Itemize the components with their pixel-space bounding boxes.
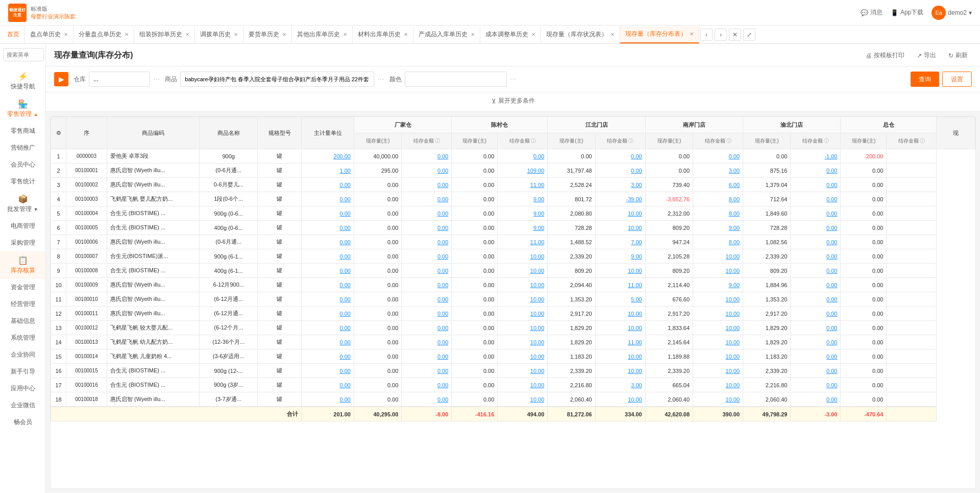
row-factory-stock[interactable]: 0.00 <box>302 192 354 206</box>
row-total-stock[interactable]: 0.00 <box>791 392 841 407</box>
row-chengjia-stock[interactable]: 0.00 <box>402 249 452 264</box>
row-yubeimen-stock[interactable]: 0.00 <box>693 149 743 163</box>
tab-partial-inventory[interactable]: 分量盘点单历史✕ <box>74 26 134 43</box>
row-yubeimen-stock[interactable]: 10.00 <box>693 292 743 307</box>
row-chengjia-stock[interactable]: 0.00 <box>402 292 452 307</box>
row-yubeimen-stock[interactable]: 10.00 <box>693 321 743 335</box>
tab-product-in[interactable]: 产成品入库单历史✕ <box>413 26 480 43</box>
row-nanan-stock[interactable]: 10.00 <box>595 221 645 235</box>
row-yubeimen-stock[interactable]: 3.00 <box>693 163 743 178</box>
row-total-stock[interactable]: 0.00 <box>791 264 841 278</box>
info-icon[interactable]: ⓘ <box>628 137 633 145</box>
sidebar-item-system[interactable]: 系统管理 <box>0 330 45 346</box>
tab-inventory[interactable]: 盘点单历史✕ <box>25 26 74 43</box>
tab-stock-status[interactable]: 现存量（库存状况表）✕ <box>541 26 620 43</box>
message-btn[interactable]: 💬 消息 <box>861 8 883 17</box>
row-factory-stock[interactable]: 0.00 <box>302 378 354 392</box>
row-total-stock[interactable]: 0.00 <box>791 292 841 307</box>
sidebar-item-guide[interactable]: 新手引导 <box>0 363 45 380</box>
row-jiangbei-stock[interactable]: 10.00 <box>498 364 548 378</box>
row-total-stock[interactable]: 0.00 <box>791 321 841 335</box>
row-factory-stock[interactable]: 0.00 <box>302 235 354 249</box>
row-yubeimen-stock[interactable]: 10.00 <box>693 249 743 264</box>
row-chengjia-stock[interactable]: 0.00 <box>402 378 452 392</box>
row-total-stock[interactable]: -1.00 <box>791 149 841 163</box>
row-chengjia-stock[interactable]: 0.00 <box>402 235 452 249</box>
row-jiangbei-stock[interactable]: 10.00 <box>498 349 548 364</box>
row-factory-stock[interactable]: 0.00 <box>302 392 354 407</box>
row-jiangbei-stock[interactable]: 10.00 <box>498 278 548 292</box>
sidebar-item-finance[interactable]: 资金管理 <box>0 279 45 296</box>
tab-other-out[interactable]: 其他出库单历史✕ <box>292 26 353 43</box>
sidebar-item-mall[interactable]: 零售商城 <box>0 123 45 139</box>
row-total-stock[interactable]: 0.00 <box>791 278 841 292</box>
sidebar-item-ecommerce[interactable]: 电商管理 <box>0 218 45 234</box>
row-factory-stock[interactable]: 0.00 <box>302 292 354 307</box>
row-chengjia-stock[interactable]: 0.00 <box>402 307 452 321</box>
info-icon[interactable]: ⓘ <box>531 137 536 145</box>
row-nanan-stock[interactable]: 10.00 <box>595 264 645 278</box>
sidebar-item-retail[interactable]: 🏪 零售管理 ▲ <box>0 95 45 123</box>
tab-transfer[interactable]: 调拨单历史✕ <box>195 26 243 43</box>
row-nanan-stock[interactable]: 5.00 <box>595 292 645 307</box>
tab-cost-adjust[interactable]: 成本调整单历史✕ <box>480 26 541 43</box>
sidebar-item-basic-info[interactable]: 基础信息 <box>0 313 45 330</box>
sidebar-item-retail-stats[interactable]: 零售统计 <box>0 173 45 190</box>
row-factory-stock[interactable]: 0.00 <box>302 178 354 192</box>
row-factory-stock[interactable]: 0.00 <box>302 349 354 364</box>
row-yubeimen-stock[interactable]: 10.00 <box>693 264 743 278</box>
row-nanan-stock[interactable]: 10.00 <box>595 349 645 364</box>
row-total-stock[interactable]: 0.00 <box>791 378 841 392</box>
row-nanan-stock[interactable]: 11.00 <box>595 335 645 349</box>
row-yubeimen-stock[interactable]: 9.00 <box>693 278 743 292</box>
info-icon[interactable]: ⓘ <box>435 137 440 145</box>
sidebar-item-members[interactable]: 会员中心 <box>0 156 45 173</box>
sidebar-item-inventory[interactable]: 📋 库存核算 <box>0 251 45 279</box>
row-yubeimen-stock[interactable]: 10.00 <box>693 335 743 349</box>
row-factory-stock[interactable]: 0.00 <box>302 335 354 349</box>
row-factory-stock[interactable]: 0.00 <box>302 364 354 378</box>
row-jiangbei-stock[interactable]: 10.00 <box>498 307 548 321</box>
row-yubeimen-stock[interactable]: 10.00 <box>693 307 743 321</box>
tab-close-icon[interactable]: ✕ <box>282 32 286 37</box>
row-chengjia-stock[interactable]: 0.00 <box>402 392 452 407</box>
row-nanan-stock[interactable]: 11.00 <box>595 278 645 292</box>
row-chengjia-stock[interactable]: 0.00 <box>402 221 452 235</box>
tab-home[interactable]: 首页 <box>2 26 25 43</box>
row-jiangbei-stock[interactable]: 10.00 <box>498 264 548 278</box>
tab-close-all-btn[interactable]: ✕ <box>729 29 741 41</box>
row-jiangbei-stock[interactable]: 109.00 <box>498 163 548 178</box>
col-settings-header[interactable]: ⚙ <box>51 117 66 149</box>
row-total-stock[interactable]: 0.00 <box>791 221 841 235</box>
row-chengjia-stock[interactable]: 0.00 <box>402 335 452 349</box>
row-total-stock[interactable]: 0.00 <box>791 178 841 192</box>
row-jiangbei-stock[interactable]: 10.00 <box>498 321 548 335</box>
row-jiangbei-stock[interactable]: 11.00 <box>498 178 548 192</box>
setting-btn[interactable]: 设置 <box>942 72 972 87</box>
tab-close-icon[interactable]: ✕ <box>690 31 694 37</box>
row-jiangbei-stock[interactable]: 10.00 <box>498 335 548 349</box>
row-nanan-stock[interactable]: -39.00 <box>595 192 645 206</box>
sidebar-item-marketing[interactable]: 营销推广 <box>0 139 45 156</box>
row-factory-stock[interactable]: 0.00 <box>302 307 354 321</box>
app-download-btn[interactable]: 📱 App下载 <box>891 8 923 17</box>
row-total-stock[interactable]: 0.00 <box>791 335 841 349</box>
info-icon[interactable]: ⓘ <box>824 137 829 145</box>
sidebar-item-apps[interactable]: 应用中心 <box>0 380 45 397</box>
info-icon[interactable]: ⓘ <box>726 137 731 145</box>
row-total-stock[interactable]: 0.00 <box>791 206 841 221</box>
tab-close-icon[interactable]: ✕ <box>125 32 129 37</box>
row-jiangbei-stock[interactable]: 10.00 <box>498 392 548 407</box>
row-jiangbei-stock[interactable]: 9.00 <box>498 221 548 235</box>
row-total-stock[interactable]: 0.00 <box>791 364 841 378</box>
row-nanan-stock[interactable]: 10.00 <box>595 206 645 221</box>
tab-order[interactable]: 要货单历史✕ <box>243 26 292 43</box>
expand-conditions-btn[interactable]: ⊻ 展开更多条件 <box>485 95 541 107</box>
row-nanan-stock[interactable]: 10.00 <box>595 364 645 378</box>
row-factory-stock[interactable]: 200.00 <box>302 149 354 163</box>
row-nanan-stock[interactable]: 10.00 <box>595 392 645 407</box>
query-btn[interactable]: 查询 <box>911 72 939 87</box>
row-jiangbei-stock[interactable]: 9.00 <box>498 192 548 206</box>
tab-close-icon[interactable]: ✕ <box>404 32 408 37</box>
row-yubeimen-stock[interactable]: 6.00 <box>693 178 743 192</box>
